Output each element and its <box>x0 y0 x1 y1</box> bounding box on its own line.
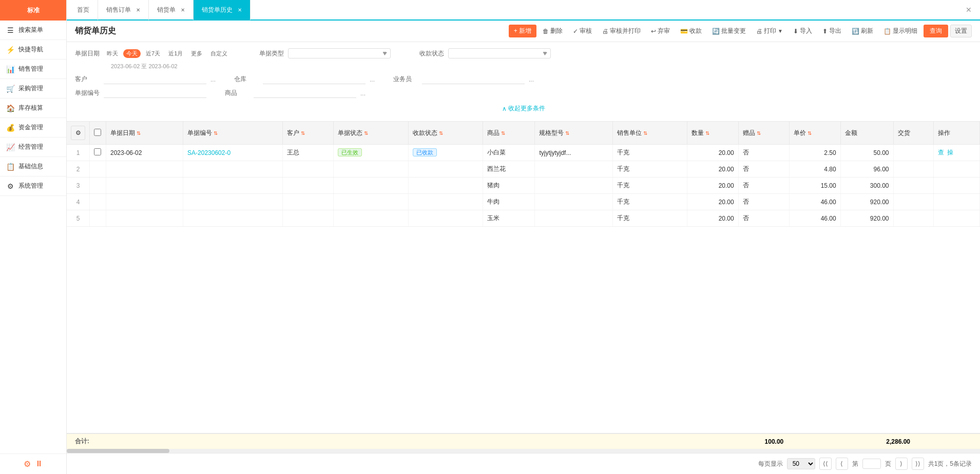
customer-dots[interactable]: ... <box>210 76 216 83</box>
row-op-link[interactable]: 操 <box>947 149 953 156</box>
sidebar-item-sales[interactable]: 📊 销售管理 <box>0 60 66 79</box>
warehouse-dots[interactable]: ... <box>370 76 375 83</box>
col-quantity: 数量 ⇅ <box>687 122 739 145</box>
footer-total-quantity: 100.00 <box>765 438 784 445</box>
audit-print-button[interactable]: 🖨 审核并打印 <box>598 25 645 37</box>
collect-status-select[interactable] <box>448 48 551 58</box>
column-settings-gear[interactable]: ⚙ <box>71 126 85 140</box>
goods-dots[interactable]: ... <box>360 90 366 97</box>
tab-home[interactable]: 首页 <box>69 0 98 20</box>
col-unit-sort[interactable]: 销售单位 ⇅ <box>617 129 683 137</box>
delete-button[interactable]: 🗑 删除 <box>539 25 567 37</box>
col-goods-sort-icon: ⇅ <box>501 130 505 136</box>
doc-num-link[interactable]: SA-20230602-0 <box>187 149 230 156</box>
row-gift-4: 否 <box>738 210 790 227</box>
sidebar-item-search-menu[interactable]: ☰ 搜索菜单 <box>0 21 66 40</box>
page-first-button[interactable]: ⟨⟨ <box>819 458 832 470</box>
scrollbar-thumb[interactable] <box>67 449 169 453</box>
date-tag-yesterday[interactable]: 昨天 <box>104 49 121 58</box>
col-action: 操作 <box>933 122 979 145</box>
audit-print-icon: 🖨 <box>602 28 608 35</box>
tab-sales-history[interactable]: 销货单历史 ✕ <box>194 0 251 20</box>
page-last-button[interactable]: ⟩⟩ <box>912 458 924 470</box>
page-number-input[interactable]: 1 <box>862 459 881 469</box>
date-tag-1month[interactable]: 近1月 <box>165 49 186 58</box>
tab-sales-goods[interactable]: 销货单 ✕ <box>149 0 194 20</box>
sidebar-item-quick-nav[interactable]: ⚡ 快捷导航 <box>0 40 66 60</box>
customer-input[interactable] <box>104 74 206 84</box>
select-all-checkbox[interactable] <box>94 129 101 136</box>
col-price-label: 单价 <box>794 129 806 137</box>
abandon-button[interactable]: ↩ 弃审 <box>647 25 674 37</box>
data-table-container: ⚙ 单据日期 ⇅ 单据编号 <box>67 122 980 433</box>
sidebar-item-label: 基础信息 <box>18 162 43 171</box>
salesperson-input[interactable] <box>422 74 525 84</box>
col-gift: 赠品 ⇅ <box>738 122 790 145</box>
date-tag-7days[interactable]: 近7天 <box>143 49 163 58</box>
sidebar-gear-icon[interactable]: ⚙ <box>24 459 31 469</box>
row-doc-status-0: 已生效 <box>334 145 408 161</box>
settings-button[interactable]: 设置 <box>950 25 972 37</box>
col-quantity-sort[interactable]: 数量 ⇅ <box>691 129 734 137</box>
print-icon: 🖨 <box>756 28 762 35</box>
export-button[interactable]: ⬆ 导出 <box>818 25 846 37</box>
doc-type-filter: 单据类型 ▼ <box>259 48 391 58</box>
sidebar-item-operations[interactable]: 📈 经营管理 <box>0 137 66 157</box>
sidebar-item-finance[interactable]: 💰 资金管理 <box>0 118 66 137</box>
col-goods-sort[interactable]: 商品 ⇅ <box>487 129 530 137</box>
query-button[interactable]: 查询 <box>924 25 948 37</box>
col-customer-sort[interactable]: 客户 ⇅ <box>287 129 330 137</box>
col-doc-status-sort[interactable]: 单据状态 ⇅ <box>338 129 403 137</box>
sidebar-item-basic-info[interactable]: 📋 基础信息 <box>0 157 66 176</box>
tab-sales-order[interactable]: 销售订单 ✕ <box>98 0 149 20</box>
date-tag-custom[interactable]: 自定义 <box>207 49 230 58</box>
col-date-sort[interactable]: 单据日期 ⇅ <box>110 129 179 137</box>
salesperson-dots[interactable]: ... <box>529 76 534 83</box>
warehouse-input[interactable] <box>263 74 366 84</box>
collect-button[interactable]: 💳 收款 <box>676 25 706 37</box>
row-goods-0: 小白菜 <box>483 145 534 161</box>
doc-type-select[interactable] <box>288 48 391 58</box>
col-collect-status-sort[interactable]: 收款状态 ⇅ <box>413 129 478 137</box>
col-doc-num-sort[interactable]: 单据编号 ⇅ <box>187 129 278 137</box>
collect-status-badge: 已收款 <box>413 148 437 156</box>
col-gift-sort[interactable]: 赠品 ⇅ <box>743 129 785 137</box>
collapse-button[interactable]: ∧ 收起更多条件 <box>502 104 545 113</box>
row-doc-num-4 <box>183 210 282 227</box>
row-date-1 <box>106 161 183 177</box>
page-next-button[interactable]: ⟩ <box>895 458 908 470</box>
print-button[interactable]: 🖨 打印 ▼ <box>752 25 787 37</box>
sidebar-item-purchase[interactable]: 🛒 采购管理 <box>0 79 66 98</box>
batch-change-button[interactable]: 🔄 批量变更 <box>708 25 750 37</box>
date-tag-more[interactable]: 更多 <box>188 49 205 58</box>
sidebar-item-system[interactable]: ⚙ 系统管理 <box>0 176 66 196</box>
audit-button[interactable]: ✓ 审核 <box>569 25 596 37</box>
row-doc-status-4 <box>334 210 408 227</box>
tab-close-all[interactable]: ✕ <box>959 6 978 14</box>
col-spec-sort[interactable]: 规格型号 ⇅ <box>539 129 608 137</box>
row-unit-1: 千克 <box>612 161 687 177</box>
sidebar-pause-icon[interactable]: ⏸ <box>35 459 43 469</box>
show-detail-button[interactable]: 📋 显示明细 <box>879 25 921 37</box>
doc-type-label: 单据类型 <box>259 49 285 58</box>
horizontal-scrollbar[interactable] <box>67 449 980 453</box>
table-row: 5 玉米 千克 20.00 否 46.00 920.00 <box>67 210 980 227</box>
col-unit-sort-icon: ⇅ <box>643 130 647 136</box>
doc-num-input[interactable] <box>104 88 206 98</box>
sidebar-item-inventory[interactable]: 🏠 库存核算 <box>0 98 66 118</box>
import-button[interactable]: ⬇ 导入 <box>789 25 816 37</box>
row-view-link[interactable]: 查 <box>938 149 944 156</box>
page-prev-button[interactable]: ⟨ <box>836 458 848 470</box>
row-checkbox[interactable] <box>94 148 101 155</box>
new-button[interactable]: + 新增 <box>509 25 536 37</box>
refresh-button[interactable]: 🔃 刷新 <box>848 25 877 37</box>
salesperson-filter: 业务员 ... <box>393 74 534 84</box>
page-title: 销货单历史 <box>75 26 116 36</box>
per-page-select[interactable]: 50 100 <box>787 458 815 469</box>
tab-sales-order-close[interactable]: ✕ <box>136 7 140 13</box>
tab-sales-goods-close[interactable]: ✕ <box>181 7 185 13</box>
tab-sales-history-close[interactable]: ✕ <box>238 7 242 13</box>
date-tag-today[interactable]: 今天 <box>123 49 141 58</box>
col-price-sort[interactable]: 单价 ⇅ <box>794 129 836 137</box>
goods-input[interactable] <box>254 88 356 98</box>
